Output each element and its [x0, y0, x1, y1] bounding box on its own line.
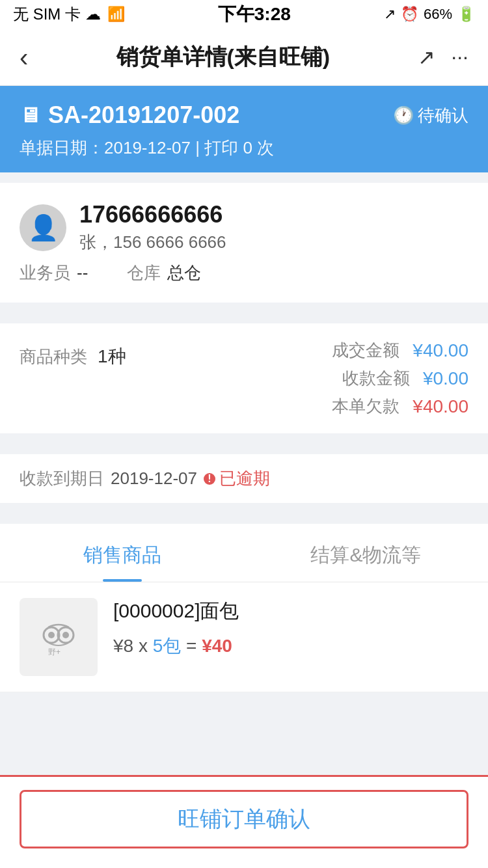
- overdue-badge: ! 已逾期: [204, 467, 270, 490]
- sim-label: 无 SIM 卡 ☁: [13, 4, 101, 25]
- order-status-text: 待确认: [418, 104, 468, 127]
- more-icon[interactable]: ···: [451, 45, 468, 69]
- summary-section: 商品种类 1种 成交金额 ¥40.00 收款金额 ¥0.00 本单欠款 ¥40.…: [0, 323, 488, 433]
- status-left: 无 SIM 卡 ☁ 📶: [13, 4, 125, 25]
- status-bar: 无 SIM 卡 ☁ 📶 下午3:28 ↗ ⏰ 66% 🔋: [0, 0, 488, 29]
- overdue-icon: !: [204, 473, 215, 485]
- status-time: 下午3:28: [218, 2, 291, 27]
- status-right: ↗ ⏰ 66% 🔋: [384, 6, 475, 23]
- divider-1: [0, 303, 488, 313]
- battery-icon: 🔋: [457, 6, 475, 23]
- due-section: 收款到期日 2019-12-07 ! 已逾期: [0, 454, 488, 503]
- customer-name: 张，156 6666 6666: [79, 231, 226, 254]
- divider-2: [0, 433, 488, 444]
- tab-sales-product[interactable]: 销售商品: [0, 524, 244, 582]
- page-title: 销货单详情(来自旺铺): [116, 42, 331, 72]
- sales-label: 业务员: [20, 262, 70, 284]
- summary-left: 商品种类 1种: [20, 339, 126, 369]
- clock-icon: 🕐: [393, 105, 414, 126]
- customer-meta: 业务员 -- 仓库 总仓: [20, 262, 468, 284]
- customer-phone: 17666666666: [79, 201, 226, 228]
- order-id-text: SA-20191207-002: [48, 102, 239, 129]
- product-equals: =: [181, 636, 202, 656]
- svg-point-2: [48, 632, 55, 638]
- confirm-order-button[interactable]: 旺铺订单确认: [20, 790, 468, 848]
- deal-amount-value: ¥40.00: [413, 340, 468, 361]
- svg-point-3: [62, 632, 69, 638]
- tabs-header: 销售商品 结算&物流等: [0, 524, 488, 582]
- wifi-icon: 📶: [107, 6, 125, 23]
- svg-text:野+: 野+: [48, 647, 61, 657]
- product-info: [0000002]面包 ¥8 x 5包 = ¥40: [113, 598, 468, 658]
- overdue-text: 已逾期: [219, 467, 270, 490]
- warehouse-label: 仓库: [127, 262, 161, 284]
- deal-amount-label: 成交金额: [332, 339, 400, 362]
- owed-amount-row: 本单欠款 ¥40.00: [332, 395, 468, 418]
- category-label: 商品种类: [20, 346, 87, 368]
- share-icon[interactable]: ↗: [418, 45, 435, 70]
- product-price-base: ¥8 x: [113, 636, 153, 656]
- due-label: 收款到期日: [20, 467, 104, 490]
- avatar: 👤: [20, 204, 66, 251]
- product-total: ¥40: [202, 636, 232, 656]
- back-button[interactable]: ‹: [20, 44, 28, 70]
- order-status: 🕐 待确认: [393, 104, 468, 127]
- sales-value: --: [77, 263, 88, 283]
- product-thumbnail: 野+: [20, 598, 98, 676]
- warehouse-info: 仓库 总仓: [127, 262, 201, 284]
- order-banner: 🖥 SA-20191207-002 🕐 待确认 单据日期：2019-12-07 …: [0, 86, 488, 172]
- nav-actions: ↗ ···: [418, 45, 468, 70]
- owed-amount-value: ¥40.00: [413, 396, 468, 417]
- customer-section: 👤 17666666666 张，156 6666 6666 业务员 -- 仓库 …: [0, 183, 488, 303]
- received-amount-row: 收款金额 ¥0.00: [342, 367, 468, 390]
- product-item: 野+ [0000002]面包 ¥8 x 5包 = ¥40: [0, 582, 488, 692]
- tab-settlement-label: 结算&物流等: [310, 544, 421, 565]
- received-amount-label: 收款金额: [342, 367, 410, 390]
- nav-bar: ‹ 销货单详情(来自旺铺) ↗ ···: [0, 29, 488, 86]
- category-value: 1种: [98, 344, 126, 369]
- confirm-button-wrap: 旺铺订单确认: [0, 775, 488, 868]
- alarm-icon: ⏰: [401, 6, 418, 23]
- deal-amount-row: 成交金额 ¥40.00: [332, 339, 468, 362]
- avatar-icon: 👤: [28, 213, 59, 242]
- tab-settlement[interactable]: 结算&物流等: [244, 524, 488, 582]
- order-id: 🖥 SA-20191207-002: [20, 102, 239, 129]
- owed-amount-label: 本单欠款: [332, 395, 400, 418]
- tabs-section: 销售商品 结算&物流等 野+ [0000002]面包: [0, 524, 488, 692]
- location-icon: ↗: [384, 6, 396, 23]
- order-banner-top: 🖥 SA-20191207-002 🕐 待确认: [20, 102, 468, 129]
- divider-3: [0, 503, 488, 513]
- summary-right: 成交金额 ¥40.00 收款金额 ¥0.00 本单欠款 ¥40.00: [332, 339, 468, 418]
- received-amount-value: ¥0.00: [423, 368, 468, 389]
- product-name: [0000002]面包: [113, 598, 468, 625]
- product-price-row: ¥8 x 5包 = ¥40: [113, 634, 468, 658]
- customer-info: 17666666666 张，156 6666 6666: [79, 201, 226, 254]
- battery-label: 66%: [424, 6, 452, 23]
- product-qty: 5包: [153, 636, 182, 656]
- customer-top: 👤 17666666666 张，156 6666 6666: [20, 201, 468, 254]
- product-logo-icon: 野+: [35, 610, 82, 664]
- due-date: 2019-12-07: [111, 468, 197, 489]
- order-icon: 🖥: [20, 103, 40, 128]
- warehouse-value: 总仓: [167, 262, 201, 284]
- tab-sales-product-label: 销售商品: [83, 544, 161, 565]
- order-date: 单据日期：2019-12-07 | 打印 0 次: [20, 137, 468, 159]
- sales-info: 业务员 --: [20, 262, 88, 284]
